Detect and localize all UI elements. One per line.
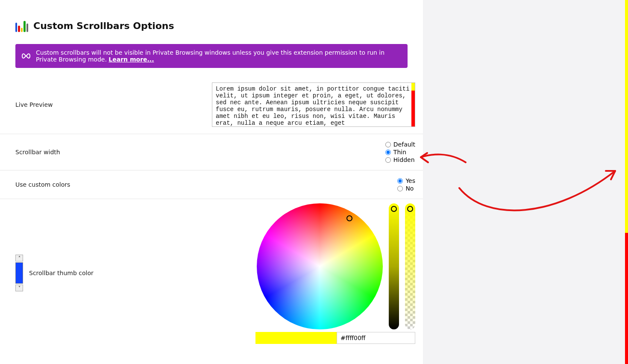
annotation-arrows-icon [414,145,624,231]
radio-input-hidden[interactable] [385,157,391,163]
learn-more-link[interactable]: Learn more... [109,56,154,63]
custom-colors-radio-group: Yes No [397,177,415,192]
thumb-color-label: Scrollbar thumb color [29,270,94,276]
thumb-sample-stepper: ˄ ˅ [15,255,23,291]
stepper-down-button[interactable]: ˅ [15,285,23,291]
brightness-cursor-icon[interactable] [391,206,397,212]
row-scrollbar-width: Scrollbar width Default Thin Hidden [0,134,423,170]
page-thin-scrollbar[interactable] [625,0,628,364]
color-wheel[interactable] [257,203,383,329]
stepper-up-button[interactable]: ˄ [15,255,23,261]
preview-text: Lorem ipsum dolor sit amet, in porttitor… [216,85,410,126]
live-preview-box[interactable]: Lorem ipsum dolor sit amet, in porttitor… [212,82,415,127]
radio-input-no[interactable] [397,186,403,191]
app-logo-icon [15,19,28,32]
radio-colors-yes[interactable]: Yes [397,177,415,184]
live-preview-label: Live Preview [15,101,208,108]
row-live-preview: Live Preview Lorem ipsum dolor sit amet,… [0,76,423,134]
radio-width-thin[interactable]: Thin [385,149,415,156]
notice-text: Custom scrollbars will not be visible in… [36,49,402,63]
color-swatch [255,332,337,344]
alpha-slider[interactable] [405,203,415,329]
color-picker [255,203,415,344]
thumb-color-sample [15,262,23,284]
preview-scrollbar[interactable] [411,83,415,126]
radio-input-default[interactable] [385,142,391,147]
header: Custom Scrollbars Options [0,0,423,44]
row-custom-colors: Use custom colors Yes No [0,170,423,199]
width-radio-group: Default Thin Hidden [385,141,415,163]
infinity-icon [21,53,31,59]
custom-colors-label: Use custom colors [15,181,208,188]
alpha-cursor-icon[interactable] [407,206,413,212]
wheel-cursor-icon[interactable] [346,215,352,221]
radio-colors-no[interactable]: No [397,185,415,192]
hex-input[interactable] [337,332,415,344]
page-title: Custom Scrollbars Options [33,21,174,31]
options-panel: Custom Scrollbars Options Custom scrollb… [0,0,423,364]
brightness-slider[interactable] [389,203,399,329]
private-browsing-notice: Custom scrollbars will not be visible in… [15,44,408,68]
radio-input-yes[interactable] [397,178,403,184]
radio-width-hidden[interactable]: Hidden [385,156,415,163]
row-thumb-color: ˄ ˅ Scrollbar thumb color [0,199,423,351]
scrollbar-width-label: Scrollbar width [15,149,208,156]
radio-input-thin[interactable] [385,150,391,155]
radio-width-default[interactable]: Default [385,141,415,148]
